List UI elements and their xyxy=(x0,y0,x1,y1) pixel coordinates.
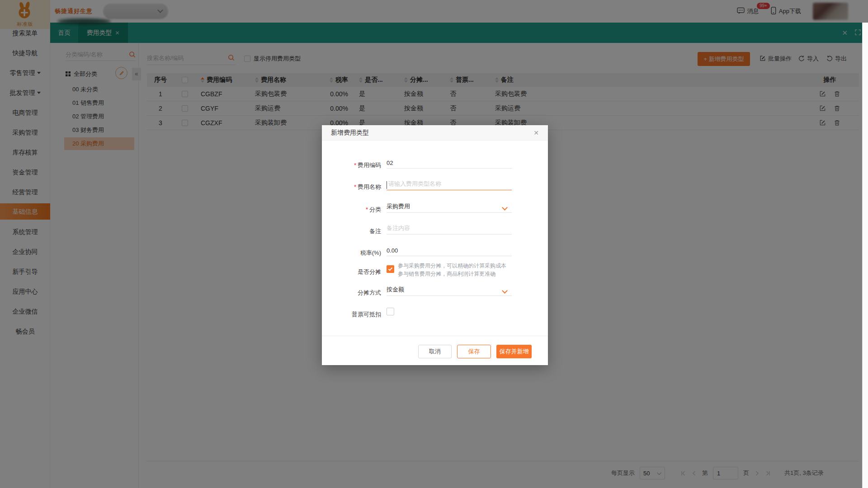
code-field[interactable]: 02 xyxy=(387,158,512,169)
category-select[interactable]: 采购费用 xyxy=(387,202,512,213)
tax-field-value: 0.00 xyxy=(387,247,398,254)
required-star: * xyxy=(354,162,356,169)
modal-title: 新增费用类型 xyxy=(331,129,533,137)
code-field-value: 02 xyxy=(387,160,393,166)
share-field-label: 是否分摊 xyxy=(322,268,381,276)
add-cost-type-modal: 新增费用类型 ✕ *费用编码 02 *费用名称 请输入费用类型名称 *分类 采购… xyxy=(322,125,548,365)
name-field-placeholder: 请输入费用类型名称 xyxy=(388,180,441,188)
close-icon[interactable]: ✕ xyxy=(533,129,539,136)
note-field-label: 备注 xyxy=(322,227,381,235)
code-field-label: *费用编码 xyxy=(322,161,381,169)
note-field[interactable]: 备注内容 xyxy=(387,224,512,235)
invoice-checkbox[interactable] xyxy=(387,308,394,315)
required-star: * xyxy=(354,183,356,190)
scrollbar[interactable] xyxy=(862,23,868,488)
method-field-label: 分摊方式 xyxy=(322,289,381,297)
share-checkbox[interactable] xyxy=(387,265,394,273)
save-and-new-button[interactable]: 保存并新增 xyxy=(496,345,532,358)
category-select-value: 采购费用 xyxy=(387,202,410,211)
app-window: 标准版 搜索菜单 快捷导航 零售管理 批发管理 电商管理 采购管理 库存核算 资… xyxy=(0,0,868,488)
name-field-label: *费用名称 xyxy=(322,183,381,191)
modal-header: 新增费用类型 ✕ xyxy=(322,125,548,141)
tax-field-label: 税率(%) xyxy=(322,249,381,257)
share-description: 参与采购费用分摊，可以精确的计算采购成本 参与销售费用分摊，商品利润计算更准确 xyxy=(398,262,533,278)
share-description-line1: 参与采购费用分摊，可以精确的计算采购成本 xyxy=(398,262,533,270)
required-star: * xyxy=(366,206,368,213)
text-cursor xyxy=(387,181,387,189)
share-description-line2: 参与销售费用分摊，商品利润计算更准确 xyxy=(398,270,533,278)
name-field[interactable]: 请输入费用类型名称 xyxy=(387,179,512,190)
invoice-field-label: 普票可抵扣 xyxy=(322,310,381,319)
method-select-value: 按金额 xyxy=(387,286,404,294)
save-button[interactable]: 保存 xyxy=(457,345,491,358)
modal-footer-divider xyxy=(322,336,548,336)
category-field-label: *分类 xyxy=(322,206,381,214)
note-field-placeholder: 备注内容 xyxy=(387,224,410,232)
tax-field[interactable]: 0.00 xyxy=(387,245,512,256)
cancel-button[interactable]: 取消 xyxy=(418,345,452,358)
method-select[interactable]: 按金额 xyxy=(387,285,512,296)
